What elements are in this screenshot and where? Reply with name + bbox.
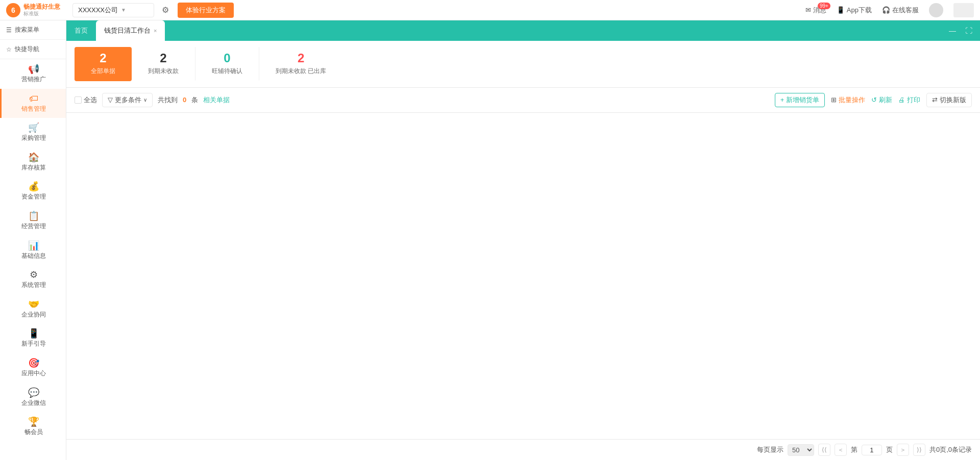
sidebar-label-purchase: 采购管理 <box>21 134 46 142</box>
toolbar: 全选 ▽ 更多条件 ∨ 共找到 0 条 相关单据 + 新增销货单 ⊞ <box>66 88 980 113</box>
tab-active[interactable]: 钱货日清工作台 × <box>96 20 165 41</box>
batch-label: 批量操作 <box>839 95 865 105</box>
finance-icon: 💰 <box>28 182 39 191</box>
page-size-select[interactable]: 50 10 20 100 <box>788 444 814 456</box>
print-button[interactable]: 🖨 打印 <box>898 95 920 105</box>
sidebar-label-appcenter: 应用中心 <box>21 370 46 378</box>
tab-close-icon[interactable]: × <box>154 28 157 34</box>
quick-nav-label: 快捷导航 <box>15 45 39 54</box>
logo-text-area: 畅捷通好生意 标准版 <box>23 3 60 16</box>
star-icon: ☆ <box>6 46 12 53</box>
appcenter-icon: 🎯 <box>28 358 39 368</box>
page-next-button[interactable]: ＞ <box>897 444 909 456</box>
found-prefix: 共找到 <box>158 95 178 105</box>
tab-actions: — ⛶ <box>945 23 980 38</box>
refresh-button[interactable]: ↺ 刷新 <box>871 95 892 105</box>
related-link[interactable]: 相关单据 <box>203 95 230 105</box>
guide-icon: 📱 <box>28 329 39 338</box>
search-menu-item[interactable]: ☰ 搜索菜单 <box>0 20 66 40</box>
tab-minimize-icon[interactable]: — <box>945 23 960 38</box>
print-icon: 🖨 <box>898 96 905 104</box>
quick-nav-item[interactable]: ☆ 快捷导航 <box>0 40 66 59</box>
app-download-label: App下载 <box>847 6 872 15</box>
batch-action-button[interactable]: ⊞ 批量操作 <box>831 95 865 105</box>
summary-card-pending[interactable]: 0 旺辅待确认 <box>195 47 259 81</box>
add-order-button[interactable]: + 新增销货单 <box>775 93 825 107</box>
message-button[interactable]: ✉ 消息 99+ <box>805 6 826 15</box>
summary-num-pending: 0 <box>224 51 230 66</box>
pagination-bar: 每页显示 50 10 20 100 ⟨⟨ ＜ 第 页 ＞ ⟩⟩ 共0页,0条记录 <box>66 439 980 460</box>
sidebar-item-guide[interactable]: 📱 新手引导 <box>0 324 66 353</box>
toolbar-right: + 新增销货单 ⊞ 批量操作 ↺ 刷新 🖨 打印 ⇄ <box>775 93 972 107</box>
filter-label: 更多条件 <box>115 95 141 105</box>
company-selector[interactable]: XXXXXX公司 ▼ <box>72 3 154 17</box>
total-info: 共0页,0条记录 <box>929 445 972 454</box>
summary-section: 2 全部单据 2 到期未收款 0 旺辅待确认 2 到期未收款 已出库 <box>66 41 980 88</box>
switch-icon: ⇄ <box>932 96 938 104</box>
sidebar-item-finance[interactable]: 💰 资金管理 <box>0 177 66 206</box>
try-button[interactable]: 体验行业方案 <box>178 3 234 18</box>
sidebar-item-wechat[interactable]: 💬 企业微信 <box>0 383 66 413</box>
select-all-checkbox[interactable]: 全选 <box>75 95 97 105</box>
switch-version-button[interactable]: ⇄ 切换新版 <box>926 93 972 107</box>
batch-icon: ⊞ <box>831 96 837 104</box>
tab-bar: 首页 钱货日清工作台 × — ⛶ <box>66 20 980 41</box>
sidebar-item-appcenter[interactable]: 🎯 应用中心 <box>0 353 66 383</box>
message-badge: 99+ <box>818 3 830 9</box>
summary-label-overdue: 到期未收款 <box>148 67 179 76</box>
sidebar-label-sales: 销售管理 <box>21 105 46 113</box>
page-number-input[interactable] <box>862 445 882 455</box>
page-unit-label: 页 <box>886 445 893 454</box>
operations-icon: 📋 <box>28 211 39 221</box>
switch-label: 切换新版 <box>940 95 966 105</box>
enterprise-icon: 🤝 <box>28 300 39 309</box>
refresh-label: 刷新 <box>879 95 892 105</box>
sidebar-item-basic[interactable]: 📊 基础信息 <box>0 236 66 265</box>
sidebar-item-purchase[interactable]: 🛒 采购管理 <box>0 118 66 148</box>
app-download-button[interactable]: 📱 App下载 <box>837 6 872 15</box>
user-avatar[interactable] <box>929 3 943 17</box>
sidebar-item-marketing[interactable]: 📢 营销推广 <box>0 59 66 89</box>
page-last-button[interactable]: ⟩⟩ <box>913 444 925 456</box>
inventory-icon: 🏠 <box>28 153 39 162</box>
sidebar-label-wechat: 企业微信 <box>21 399 46 407</box>
download-icon: 📱 <box>837 6 845 14</box>
sidebar-item-operations[interactable]: 📋 经营管理 <box>0 206 66 236</box>
summary-card-all[interactable]: 2 全部单据 <box>75 47 132 81</box>
page-area: 2 全部单据 2 到期未收款 0 旺辅待确认 2 到期未收款 已出库 <box>66 41 980 460</box>
tab-home[interactable]: 首页 <box>66 20 96 41</box>
found-count: 0 <box>183 96 186 104</box>
sidebar-label-finance: 资金管理 <box>21 193 46 201</box>
checkbox-icon <box>75 96 82 104</box>
basic-icon: 📊 <box>28 241 39 250</box>
page-label: 第 <box>851 445 857 454</box>
logo-area: 6 畅捷通好生意 标准版 <box>6 3 72 17</box>
sidebar-item-member[interactable]: 🏆 畅会员 <box>0 412 66 442</box>
sidebar-item-sales[interactable]: 🏷 销售管理 <box>0 89 66 118</box>
user-name-area[interactable] <box>953 3 974 17</box>
summary-card-shipped[interactable]: 2 到期未收款 已出库 <box>259 47 342 81</box>
sidebar-label-enterprise: 企业协同 <box>21 311 46 319</box>
tab-active-label: 钱货日清工作台 <box>104 26 151 35</box>
refresh-icon: ↺ <box>871 96 877 104</box>
sidebar-item-inventory[interactable]: 🏠 库存核算 <box>0 148 66 177</box>
settings-icon[interactable]: ⚙ <box>158 3 173 17</box>
main-content: 首页 钱货日清工作台 × — ⛶ 2 全部单据 <box>66 20 980 460</box>
company-dropdown-icon: ▼ <box>121 7 126 13</box>
select-all-label: 全选 <box>84 95 97 105</box>
logo-sub: 标准版 <box>23 11 60 17</box>
sidebar-item-system[interactable]: ⚙ 系统管理 <box>0 265 66 295</box>
tab-maximize-icon[interactable]: ⛶ <box>962 23 976 38</box>
header-right: ✉ 消息 99+ 📱 App下载 🎧 在线客服 <box>805 3 974 17</box>
online-service-button[interactable]: 🎧 在线客服 <box>882 6 919 15</box>
found-unit: 条 <box>191 95 198 105</box>
top-header: 6 畅捷通好生意 标准版 XXXXXX公司 ▼ ⚙ 体验行业方案 ✉ 消息 99… <box>0 0 980 20</box>
filter-button[interactable]: ▽ 更多条件 ∨ <box>102 93 153 107</box>
empty-state <box>66 113 980 439</box>
sidebar-item-enterprise[interactable]: 🤝 企业协同 <box>0 295 66 324</box>
summary-card-overdue[interactable]: 2 到期未收款 <box>132 47 195 81</box>
page-first-button[interactable]: ⟨⟨ <box>818 444 830 456</box>
page-prev-button[interactable]: ＜ <box>835 444 847 456</box>
company-name: XXXXXX公司 <box>78 6 118 15</box>
purchase-icon: 🛒 <box>28 123 39 132</box>
